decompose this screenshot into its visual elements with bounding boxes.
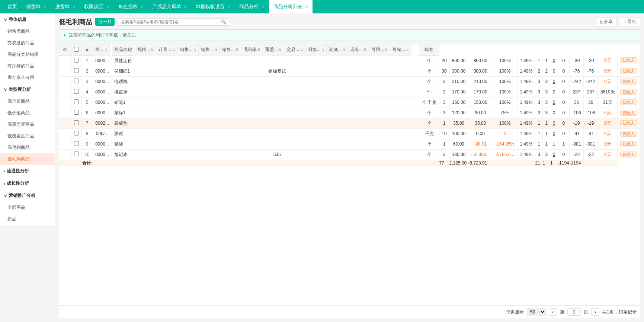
col-browse2[interactable]: 浏览... ⇅ bbox=[327, 44, 348, 55]
nav-product-inbound[interactable]: 产成品入库单 × bbox=[148, 0, 191, 13]
sidebar-item-all-products[interactable]: 全部商品 bbox=[0, 202, 55, 213]
col-sales-qty[interactable]: 销售... ⇅ bbox=[177, 44, 199, 55]
search-icon[interactable]: 🔍 bbox=[221, 19, 227, 25]
export-button[interactable]: ↑ 导出 bbox=[620, 17, 640, 26]
row-days: 0天 bbox=[598, 108, 618, 118]
sidebar-item-sales-products[interactable]: 销售类商品 bbox=[0, 26, 55, 37]
row-select-checkbox[interactable] bbox=[74, 120, 79, 125]
row-checkbox[interactable] bbox=[71, 87, 81, 97]
sort-icon-cov: ⇅ bbox=[279, 48, 282, 52]
search-input[interactable] bbox=[120, 19, 221, 25]
sidebar-group-marketing[interactable]: ∨ 营销推广分析 bbox=[0, 189, 55, 202]
row-select-checkbox[interactable] bbox=[74, 99, 79, 104]
sidebar-item-high-value[interactable]: 高价值商品 bbox=[0, 96, 55, 107]
nav-sales-order[interactable]: 销货单 × bbox=[22, 0, 51, 13]
col-settings[interactable]: ⚙ bbox=[59, 44, 71, 55]
row-select-checkbox[interactable] bbox=[74, 58, 79, 63]
close-permissions[interactable]: × bbox=[106, 4, 109, 9]
row-checkbox[interactable] bbox=[71, 66, 81, 76]
row-browse1[interactable]: 0 bbox=[550, 87, 558, 97]
row-checkbox[interactable] bbox=[71, 97, 81, 108]
close-role-auth[interactable]: × bbox=[140, 4, 143, 9]
row-empty bbox=[59, 149, 71, 160]
close-product-analysis[interactable]: × bbox=[262, 4, 265, 9]
row-checkbox[interactable] bbox=[71, 76, 81, 87]
row-select-checkbox[interactable] bbox=[74, 110, 79, 115]
nav-home[interactable]: 首页 bbox=[3, 0, 22, 13]
row-select-checkbox[interactable] bbox=[74, 152, 79, 156]
row-select-checkbox[interactable] bbox=[74, 141, 79, 146]
sidebar-group-value[interactable]: ∨ 类型度分析 bbox=[0, 83, 55, 96]
nav-role-auth[interactable]: 角色授权 × bbox=[114, 0, 148, 13]
nav-product-analysis[interactable]: 商品分析 × bbox=[235, 0, 269, 13]
col-available[interactable]: 可用... ⇅ bbox=[369, 44, 390, 55]
close-sales-order[interactable]: × bbox=[44, 4, 47, 9]
close-template-settings[interactable]: × bbox=[228, 4, 231, 9]
sidebar-group-overall[interactable]: ∨ 整体信息 bbox=[0, 13, 55, 26]
per-page-select[interactable]: 50 100 200 bbox=[527, 308, 546, 316]
col-checkbox[interactable] bbox=[71, 44, 81, 55]
row-unit: 个 bbox=[419, 55, 439, 66]
row-checkbox[interactable] bbox=[71, 118, 81, 128]
col-trade[interactable]: 交易... ⇅ bbox=[284, 44, 305, 55]
row-select-checkbox[interactable] bbox=[74, 68, 79, 73]
sidebar-item-high-margin[interactable]: 高毛利商品 bbox=[0, 142, 55, 153]
total-qty: 77 bbox=[439, 160, 449, 166]
next-page-button[interactable]: › bbox=[591, 308, 599, 316]
col-spec[interactable]: 规格... ⇅ bbox=[135, 44, 156, 55]
sidebar-item-high-coverage[interactable]: 高覆盖度商品 bbox=[0, 119, 55, 130]
row-browse1[interactable]: 0 bbox=[550, 76, 558, 87]
col-sales-price[interactable]: 销售... ⇅ bbox=[199, 44, 220, 55]
row-browse1[interactable]: 0 bbox=[550, 128, 558, 139]
col-current-stock[interactable]: 现有... ⇅ bbox=[348, 44, 369, 55]
select-all-checkbox[interactable] bbox=[74, 47, 79, 52]
period-tag-button[interactable]: 近一月 bbox=[95, 18, 115, 26]
col-sales-amount[interactable]: 销售... ⇅ bbox=[220, 44, 241, 55]
row-checkbox[interactable] bbox=[71, 139, 81, 149]
sidebar-item-in-stock[interactable]: 有库存的商品 bbox=[0, 60, 55, 72]
sidebar-item-new-products[interactable]: 新品 bbox=[0, 213, 55, 225]
sidebar-item-traded-products[interactable]: 交易过的商品 bbox=[0, 37, 55, 49]
nav-permissions[interactable]: 权限设置 × bbox=[80, 0, 113, 13]
row-browse1[interactable]: 0 bbox=[550, 108, 558, 118]
sidebar-item-category-rate[interactable]: 商品分类助销率 bbox=[0, 49, 55, 60]
row-checkbox[interactable] bbox=[71, 149, 81, 160]
prev-page-button[interactable]: ‹ bbox=[549, 308, 557, 316]
nav-template-settings[interactable]: 单据模板设置 × bbox=[191, 0, 235, 13]
row-select-checkbox[interactable] bbox=[74, 89, 79, 94]
col-margin-rate[interactable]: 毛利率 ⇅ bbox=[241, 44, 263, 55]
sidebar-item-low-coverage[interactable]: 低覆盖度商品 bbox=[0, 130, 55, 142]
page-number-input[interactable] bbox=[567, 308, 581, 316]
col-sellable[interactable]: 可销... ⇅ bbox=[390, 44, 411, 55]
row-browse1[interactable]: 0 bbox=[550, 118, 558, 128]
row-browse1[interactable]: 0 bbox=[550, 149, 558, 160]
col-coverage[interactable]: 覆盖... ⇅ bbox=[263, 44, 284, 55]
share-label: 分享 bbox=[604, 19, 613, 25]
row-checkbox[interactable] bbox=[71, 128, 81, 139]
nav-product-analysis-list[interactable]: 商品分析列表 × bbox=[269, 0, 313, 13]
col-browse1[interactable]: 浏览... ⇅ bbox=[305, 44, 327, 55]
sidebar-group-growth[interactable]: › 成长性分析 bbox=[0, 177, 55, 189]
row-qty: 3 bbox=[439, 87, 449, 97]
row-checkbox[interactable] bbox=[71, 55, 81, 66]
close-product-analysis-list[interactable]: × bbox=[305, 4, 308, 9]
row-number: 7 bbox=[81, 118, 93, 128]
row-select-checkbox[interactable] bbox=[74, 79, 79, 83]
sidebar-item-capital[interactable]: 库存资金占用 bbox=[0, 72, 55, 83]
row-browse1[interactable]: 0 bbox=[550, 66, 558, 76]
nav-purchase-order[interactable]: 进货单 × bbox=[51, 0, 80, 13]
sidebar-item-low-margin[interactable]: 低毛利商品 bbox=[0, 153, 55, 165]
close-product-inbound[interactable]: × bbox=[184, 4, 187, 9]
row-browse1[interactable]: 0 bbox=[550, 55, 558, 66]
col-product-code[interactable]: 商... ⇅ bbox=[93, 44, 110, 55]
total-empty3 bbox=[135, 160, 419, 166]
row-select-checkbox[interactable] bbox=[74, 131, 79, 136]
total-available: -1194 bbox=[570, 160, 584, 166]
share-button[interactable]: ⎘ 分享 bbox=[596, 17, 617, 26]
row-browse1[interactable]: 0 bbox=[550, 97, 558, 108]
sidebar-item-low-value[interactable]: 低价值商品 bbox=[0, 107, 55, 119]
close-purchase-order[interactable]: × bbox=[73, 4, 76, 9]
row-checkbox[interactable] bbox=[71, 108, 81, 118]
col-unit[interactable]: 计量... ⇅ bbox=[156, 44, 177, 55]
sidebar-group-circulation[interactable]: › 流通性分析 bbox=[0, 165, 55, 177]
